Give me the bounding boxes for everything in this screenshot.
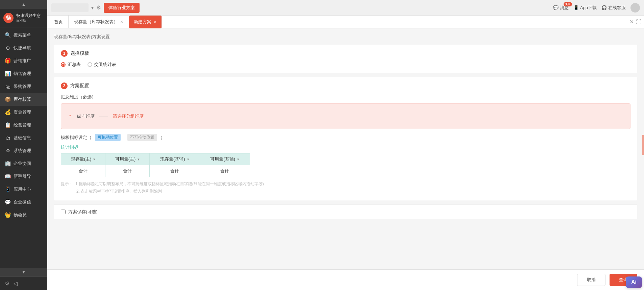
user-avatar[interactable] [630, 3, 640, 13]
settings-icon[interactable]: ⚙ [5, 280, 9, 287]
cell-2: 合计 [105, 165, 150, 177]
sidebar-item-label: 资金管理 [14, 109, 31, 115]
dropdown-icon[interactable]: ▾ [91, 5, 94, 10]
sidebar-item-enterprise[interactable]: 🏢 企业协同 [0, 157, 47, 170]
sidebar-item-label: 基础信息 [14, 135, 31, 141]
ai-float-button[interactable]: Ai [626, 276, 642, 288]
save-label: 方案保存(可选) [68, 209, 98, 215]
sidebar-item-label: 应用中心 [14, 186, 31, 192]
search-icon: 🔍 [5, 32, 11, 38]
topbar-gear-icon[interactable]: ⚙ [96, 4, 101, 11]
sidebar-item-sales[interactable]: 📊 销售管理 [0, 67, 47, 80]
sidebar-item-operation[interactable]: 📋 经营管理 [0, 119, 47, 131]
enterprise-icon: 🏢 [5, 161, 11, 167]
save-checkbox[interactable] [61, 210, 66, 214]
sidebar-scroll-up[interactable]: ▲ [0, 0, 47, 9]
topbar-search-box [51, 3, 89, 12]
logo-icon: 畅 [3, 13, 14, 23]
sidebar-item-system[interactable]: ⚙ 系统管理 [0, 144, 47, 157]
radio-summary-table[interactable]: 汇总表 [61, 62, 81, 68]
sidebar-item-label: 快捷导航 [14, 45, 31, 51]
sidebar-item-basic-info[interactable]: 🗂 基础信息 [0, 131, 47, 144]
sound-icon[interactable]: ◁ [14, 280, 18, 287]
radio-summary-label: 汇总表 [68, 62, 81, 68]
tabs-controls: ✕ ⛶ [629, 19, 644, 25]
newbie-icon: 📖 [5, 173, 11, 179]
tab-new-plan[interactable]: 新建方案 ✕ [129, 16, 162, 28]
tab-close-icon[interactable]: ✕ [629, 19, 634, 25]
sidebar-item-newbie[interactable]: 📖 新手引导 [0, 170, 47, 183]
sidebar-item-member[interactable]: 👑 畅会员 [0, 209, 47, 221]
service-button[interactable]: 🎧 在线客服 [601, 5, 626, 11]
sidebar-item-search[interactable]: 🔍 搜索菜单 [0, 29, 47, 42]
industry-btn[interactable]: 体验行业方案 [104, 3, 140, 13]
step2-badge: 2 [61, 82, 68, 89]
sidebar-item-label: 销售管理 [14, 71, 31, 77]
summary-dimension-label: 汇总维度（必选） [61, 94, 630, 100]
sidebar-item-label: 库存核算 [14, 96, 31, 102]
radio-cross-table[interactable]: 交叉统计表 [88, 62, 116, 68]
col-header-3[interactable]: 现存量(基辅) ▾ [150, 153, 200, 165]
save-row: 方案保存(可选) [54, 204, 637, 219]
right-scroll-bar[interactable] [642, 135, 644, 155]
cancel-button[interactable]: 取消 [577, 274, 605, 286]
gift-icon: 🎁 [5, 58, 11, 64]
col-label-2: 可用量(主) [115, 156, 136, 162]
dimension-dash: —— [99, 114, 108, 119]
tab-inventory[interactable]: 现存量（库存状况表） ✕ [69, 16, 129, 28]
msg-badge: 99+ [564, 2, 572, 6]
sidebar: ▲ 畅 畅康通好生意 标准版 🔍 搜索菜单 ⊙ 快捷导航 🎁 营销推广 📊 销售… [0, 0, 47, 290]
topbar-left: ▾ ⚙ 体验行业方案 [51, 3, 550, 13]
tips-section: 提示： 1.拖动标题栏可以调整布局，不可跨维度或指标区域拖动栏目字段(只能在同一… [61, 180, 630, 195]
col-header-1[interactable]: 现存量(主) ▾ [61, 153, 105, 165]
tip1-text: 1.拖动标题栏可以调整布局，不可跨维度或指标区域拖动栏目字段(只能在同一维度或指… [75, 182, 264, 186]
wechat-icon: 💬 [5, 199, 11, 205]
sidebar-item-quick-nav[interactable]: ⊙ 快捷导航 [0, 42, 47, 54]
service-label: 在线客服 [608, 5, 626, 11]
sidebar-item-wechat[interactable]: 💬 企业微信 [0, 196, 47, 209]
sidebar-item-apps[interactable]: 📱 应用中心 [0, 183, 47, 196]
tip2-text: 2. 点击标题栏下拉可设置排序、插入列和删除列 [76, 189, 162, 194]
member-icon: 👑 [5, 212, 11, 218]
step1-header: 1 选择模板 [61, 50, 630, 57]
sidebar-item-marketing[interactable]: 🎁 营销推广 [0, 54, 47, 67]
finance-icon: 💰 [5, 109, 11, 115]
msg-button[interactable]: 💬 消息 99+ [553, 5, 569, 11]
tab-inventory-close[interactable]: ✕ [120, 20, 123, 24]
tab-new-plan-label: 新建方案 [134, 19, 151, 25]
col-arrow-3[interactable]: ▾ [187, 157, 189, 162]
dimension-placeholder: 请选择分组维度 [113, 113, 144, 119]
radio-cross-label: 交叉统计表 [94, 62, 116, 68]
sidebar-item-label: 企业协同 [14, 161, 31, 167]
sidebar-logo: 畅 畅康通好生意 标准版 [0, 9, 47, 27]
dimension-box[interactable]: ＊ 纵向维度 —— 请选择分组维度 [61, 103, 630, 129]
cell-3: 合计 [150, 165, 200, 177]
tab-expand-icon[interactable]: ⛶ [636, 19, 641, 25]
col-arrow-4[interactable]: ▾ [237, 157, 239, 162]
service-icon: 🎧 [601, 5, 607, 10]
tab-new-plan-close[interactable]: ✕ [153, 20, 157, 24]
col-arrow-1[interactable]: ▾ [93, 157, 95, 162]
sidebar-scroll-down[interactable]: ▼ [0, 268, 47, 276]
sidebar-item-purchase[interactable]: 🛍 采购管理 [0, 80, 47, 93]
app-download-button[interactable]: 📱 App下载 [573, 5, 597, 11]
tab-home-label: 首页 [54, 19, 63, 25]
sidebar-item-inventory[interactable]: 📦 库存核算 [0, 93, 47, 106]
stats-subtitle: 统计指标 [61, 144, 630, 150]
sidebar-item-label: 经营管理 [14, 122, 31, 128]
apps-icon: 📱 [5, 186, 11, 192]
col-label-3: 现存量(基辅) [160, 156, 185, 162]
stats-table: 现存量(主) ▾ 可用量(主) ▾ 现存量(基辅 [61, 153, 250, 177]
sidebar-footer: ⚙ ◁ [0, 276, 47, 290]
col-header-4[interactable]: 可用量(基辅) ▾ [200, 153, 250, 165]
bottom-bar: 取消 查询 [47, 269, 644, 290]
system-icon: ⚙ [5, 148, 11, 154]
sidebar-item-finance[interactable]: 💰 资金管理 [0, 106, 47, 119]
home-icon: ⊙ [5, 45, 11, 51]
tabs-bar: 首页 现存量（库存状况表） ✕ 新建方案 ✕ ✕ ⛶ [47, 16, 644, 28]
dimension-name: 纵向维度 [77, 113, 95, 119]
col-header-2[interactable]: 可用量(主) ▾ [105, 153, 150, 165]
tab-home[interactable]: 首页 [47, 16, 69, 28]
col-arrow-2[interactable]: ▾ [138, 157, 140, 162]
tip1: 提示： 1.拖动标题栏可以调整布局，不可跨维度或指标区域拖动栏目字段(只能在同一… [61, 180, 630, 188]
